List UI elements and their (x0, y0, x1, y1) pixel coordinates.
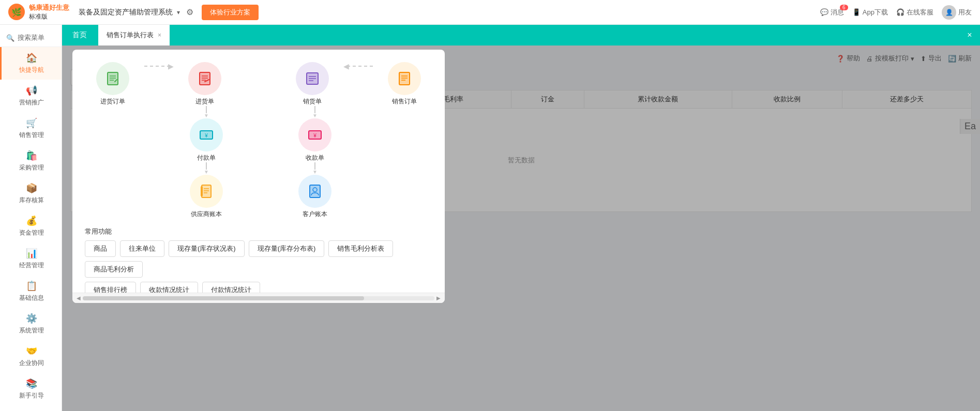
main-layout: 🔍 搜索菜单 🏠 快捷导航 📢 营销推广 🛒 销售管理 🛍️ 采购管理 📦 库存… (0, 25, 980, 411)
tab-home-label: 首页 (72, 31, 87, 40)
receipt-bill-label: 收款单 (306, 154, 324, 162)
app-download-btn[interactable]: 📱 App下载 (852, 8, 888, 17)
sidebar-item-label-enterprise: 企业协同 (19, 359, 44, 368)
tab-bar-right: × (959, 25, 980, 45)
flow-node-sales-bill[interactable]: 销货单 (284, 62, 340, 106)
customer-ledger-circle (298, 175, 331, 208)
svg-rect-15 (399, 72, 410, 85)
logo-icon: 🌿 (8, 4, 25, 20)
tab-close-right-btn[interactable]: × (959, 25, 980, 45)
beginner-icon: 📚 (26, 378, 37, 389)
sidebar-item-beginner[interactable]: 📚 新手引导 (0, 373, 62, 405)
sidebar-item-operation[interactable]: 📊 经营管理 (0, 242, 62, 275)
sidebar-item-label-sales: 销售管理 (19, 131, 44, 140)
tab-sales-order-label: 销售订单执行表 (107, 31, 154, 40)
func-btn-product[interactable]: 商品 (85, 240, 116, 257)
service-icon: 🎧 (896, 8, 904, 16)
func-btn-partner[interactable]: 往来单位 (120, 240, 164, 257)
flow-node-customer-ledger[interactable]: 客户账本 (287, 175, 343, 219)
content-area: 首页 销售订单执行表 × × ❓ 帮助 🖨 按模板打印 ▾ (62, 25, 980, 411)
sidebar-item-label-quick-nav: 快捷导航 (19, 66, 44, 74)
sidebar-item-quick-nav[interactable]: 🏠 快捷导航 (0, 47, 62, 80)
sales-bill-label: 销货单 (303, 97, 322, 106)
flow-node-payment-bill[interactable]: ¥ 付款单 (178, 118, 235, 162)
svg-rect-32 (310, 185, 320, 197)
operation-icon: 📊 (26, 248, 37, 259)
sidebar-item-label-finance: 资金管理 (19, 229, 44, 237)
flow-node-purchase-order[interactable]: 进货订单 (85, 62, 141, 106)
sidebar-item-label-operation: 经营管理 (19, 261, 44, 270)
sidebar-item-basic-info[interactable]: 📋 基础信息 (0, 275, 62, 308)
sidebar-item-label-marketing: 营销推广 (19, 98, 44, 107)
supplier-ledger-label: 供应商账本 (191, 210, 222, 219)
settings-icon[interactable]: ⚙ (186, 7, 193, 17)
quick-nav-icon: 🏠 (26, 52, 37, 64)
trial-btn[interactable]: 体验行业方案 (202, 5, 259, 20)
sidebar-item-marketing[interactable]: 📢 营销推广 (0, 80, 62, 112)
inventory-icon: 📦 (26, 182, 37, 194)
logo-line2: 标准版 (29, 12, 69, 21)
app-download-label: App下载 (863, 8, 888, 17)
func-buttons-row1: 商品 往来单位 现存量(库存状况表) 现存量(库存分布表) 销售毛利分析表 商品… (85, 240, 432, 278)
avatar: 👤 (942, 5, 956, 20)
purchase-bill-circle (188, 62, 221, 95)
payment-bill-circle: ¥ (190, 118, 223, 151)
system-dropdown-btn[interactable]: ▾ (177, 9, 180, 16)
func-btn-sales-profit[interactable]: 销售毛利分析表 (328, 240, 393, 257)
sidebar-item-sales[interactable]: 🛒 销售管理 (0, 112, 62, 145)
sidebar-item-label-purchase: 采购管理 (19, 163, 44, 172)
sidebar-item-system[interactable]: ⚙️ 系统管理 (0, 308, 62, 340)
sidebar-item-purchase[interactable]: 🛍️ 采购管理 (0, 145, 62, 177)
sidebar-item-enterprise[interactable]: 🤝 企业协同 (0, 340, 62, 373)
sales-order-label: 销售订单 (392, 97, 417, 106)
purchase-order-circle (96, 62, 129, 95)
message-icon: 💬 (820, 8, 828, 16)
svg-text:¥: ¥ (204, 133, 208, 139)
customer-ledger-label: 客户账本 (303, 210, 327, 219)
online-service-label: 在线客服 (907, 8, 933, 17)
message-btn[interactable]: 💬 消息 6 (820, 8, 844, 17)
popup-scrollbar[interactable]: ◀ ▶ (72, 293, 445, 303)
tab-close-icon[interactable]: × (158, 32, 161, 39)
flow-node-sales-order[interactable]: 销售订单 (376, 62, 432, 106)
purchase-bill-label: 进货单 (195, 97, 214, 106)
sidebar-search[interactable]: 🔍 搜索菜单 (0, 29, 62, 47)
svg-rect-5 (200, 72, 210, 85)
sidebar-item-inventory[interactable]: 📦 库存核算 (0, 177, 62, 210)
common-functions: 常用功能 商品 往来单位 现存量(库存状况表) 现存量(库存分布表) 销售毛利分… (85, 227, 432, 298)
top-header: 🌿 畅康通好生意 标准版 装备及固定资产辅助管理系统 ▾ ⚙ 体验行业方案 💬 … (0, 0, 980, 25)
popup-overlay[interactable]: 进货订单 ▶ (62, 45, 980, 411)
sidebar-search-label: 搜索菜单 (18, 33, 44, 42)
scroll-left-icon[interactable]: ◀ (74, 295, 83, 301)
sidebar-item-label-system: 系统管理 (19, 326, 44, 335)
user-label: 用友 (958, 8, 972, 17)
scroll-right-icon[interactable]: ▶ (434, 295, 443, 301)
sidebar-item-label-basic-info: 基础信息 (19, 294, 44, 302)
func-btn-stock-dist[interactable]: 现存量(库存分布表) (249, 240, 325, 257)
sales-icon: 🛒 (26, 117, 37, 129)
enterprise-icon: 🤝 (26, 345, 37, 357)
user-area[interactable]: 👤 用友 (942, 5, 972, 20)
tab-bar: 首页 销售订单执行表 × × (62, 25, 980, 45)
func-btn-product-profit[interactable]: 商品毛利分析 (85, 261, 143, 278)
purchase-order-label: 进货订单 (100, 97, 125, 106)
flow-node-purchase-bill[interactable]: 进货单 (177, 62, 233, 106)
scrollbar-track[interactable] (83, 296, 434, 300)
tab-sales-order[interactable]: 销售订单执行表 × (98, 25, 170, 45)
logo-text: 畅康通好生意 标准版 (29, 3, 69, 21)
sales-order-circle (388, 62, 421, 95)
tab-home[interactable]: 首页 (62, 25, 97, 45)
flow-node-receipt-bill[interactable]: ¥ 收款单 (287, 118, 343, 162)
svg-rect-0 (108, 72, 118, 85)
func-btn-stock-status[interactable]: 现存量(库存状况表) (169, 240, 245, 257)
sidebar-item-finance[interactable]: 💰 资金管理 (0, 210, 62, 242)
flow-node-supplier-ledger[interactable]: 供应商账本 (178, 175, 235, 219)
online-service-btn[interactable]: 🎧 在线客服 (896, 8, 933, 17)
receipt-bill-circle: ¥ (298, 118, 331, 151)
page-content: ❓ 帮助 🖨 按模板打印 ▾ ⬆ 导出 🔄 刷新 (62, 45, 980, 411)
logo-line1: 畅康通好生意 (29, 3, 69, 12)
app-icon: 📱 (852, 8, 861, 16)
system-title-area: 装备及固定资产辅助管理系统 ▾ ⚙ 体验行业方案 (70, 5, 820, 20)
purchase-icon: 🛍️ (26, 150, 37, 161)
system-icon: ⚙️ (26, 313, 37, 324)
